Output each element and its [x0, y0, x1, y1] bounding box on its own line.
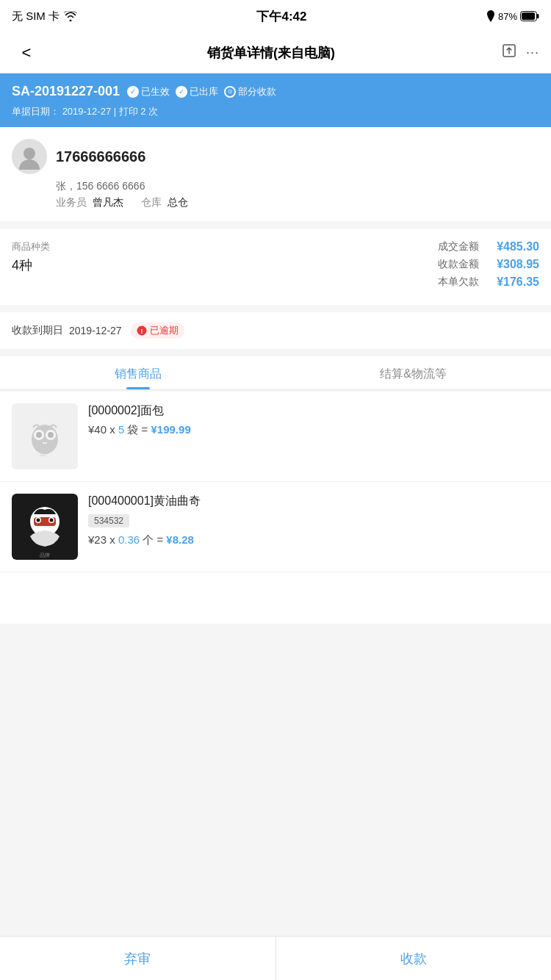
product-info-2: [000400001]黄油曲奇 534532 ¥23 x 0.36 个 = ¥8…	[88, 494, 539, 547]
summary-product-type: 商品种类 4种	[12, 240, 50, 274]
svg-text:!: !	[140, 328, 143, 335]
cancel-review-button[interactable]: 弃审	[0, 937, 276, 980]
sim-status: 无 SIM 卡	[12, 10, 60, 24]
product-price-row-2: ¥23 x 0.36 个 = ¥8.28	[88, 533, 539, 547]
svg-text:品牌: 品牌	[40, 552, 50, 558]
status-right: 87%	[486, 10, 539, 22]
sales-person-label: 业务员 曾凡杰	[56, 196, 123, 209]
product-thumb-2: 品牌	[12, 494, 78, 560]
clock-icon: ⊙	[224, 86, 236, 98]
nav-bar: < 销货单详情(来自电脑) ···	[0, 32, 551, 73]
customer-name-phone: 张，156 6666 6666	[12, 180, 539, 193]
svg-text:品+: 品+	[40, 451, 48, 456]
product-sku-2: 534532	[88, 514, 129, 527]
user-avatar-icon	[16, 143, 43, 170]
summary-section: 商品种类 4种 成交金额 ¥485.30 收款金额 ¥308.95 本单欠款 ¥…	[0, 228, 551, 305]
status-bar: 无 SIM 卡 下午4:42 87%	[0, 0, 551, 32]
deal-amount-row: 成交金额 ¥485.30	[438, 240, 539, 253]
product-item-2: 品牌 [000400001]黄油曲奇 534532 ¥23 x 0.36 个 =…	[0, 482, 551, 572]
tab-settlement[interactable]: 结算&物流等	[276, 356, 551, 389]
order-banner: SA-20191227-001 ✓ 已生效 ✓ 已出库 ⊙ 部分收款 单据日期：…	[0, 73, 551, 127]
svg-point-19	[50, 519, 54, 522]
product-name-1: [0000002]面包	[88, 403, 539, 419]
svg-point-7	[32, 425, 58, 454]
status-time: 下午4:42	[256, 8, 306, 25]
nav-actions: ···	[501, 43, 539, 62]
avatar	[12, 139, 47, 174]
back-button[interactable]: <	[12, 43, 41, 62]
product-name-2: [000400001]黄油曲奇	[88, 494, 539, 509]
customer-section: 17666666666 张，156 6666 6666 业务员 曾凡杰 仓库 总…	[0, 127, 551, 221]
location-icon	[486, 10, 495, 22]
badge-shipped: ✓ 已出库	[176, 85, 218, 98]
product-item-1: 品+ [0000002]面包 ¥40 x 5 袋 = ¥199.99	[0, 392, 551, 482]
badge-effective: ✓ 已生效	[127, 85, 170, 98]
due-date-label: 收款到期日	[12, 324, 63, 337]
tab-sales-products[interactable]: 销售商品	[0, 356, 276, 389]
collected-amount-row: 收款金额 ¥308.95	[438, 258, 539, 271]
badge-partial: ⊙ 部分收款	[224, 85, 276, 98]
product-image-1: 品+	[23, 414, 67, 458]
customer-info-row: 业务员 曾凡杰 仓库 总仓	[12, 196, 539, 209]
order-id: SA-20191227-001	[12, 84, 120, 99]
order-date: 单据日期： 2019-12-27 | 打印 2 次	[12, 105, 539, 118]
more-button[interactable]: ···	[526, 45, 539, 60]
svg-point-11	[48, 432, 54, 438]
product-info-1: [0000002]面包 ¥40 x 5 袋 = ¥199.99	[88, 403, 539, 437]
svg-point-10	[36, 432, 42, 438]
warehouse-label: 仓库 总仓	[141, 196, 188, 209]
overdue-badge: ! 已逾期	[131, 323, 184, 339]
product-price-row-1: ¥40 x 5 袋 = ¥199.99	[88, 423, 539, 437]
battery-percent: 87%	[498, 11, 517, 22]
overdue-warning-icon: !	[137, 325, 147, 336]
product-image-2: 品牌	[12, 494, 78, 560]
status-badges: ✓ 已生效 ✓ 已出库 ⊙ 部分收款	[127, 85, 276, 98]
collect-payment-button[interactable]: 收款	[276, 937, 552, 980]
customer-top: 17666666666	[12, 139, 539, 174]
svg-rect-2	[522, 12, 535, 20]
check-icon-1: ✓	[127, 86, 139, 98]
status-left: 无 SIM 卡	[12, 10, 77, 24]
customer-id: 17666666666	[56, 148, 145, 165]
svg-point-4	[24, 148, 35, 159]
product-list: 品+ [0000002]面包 ¥40 x 5 袋 = ¥199.99	[0, 392, 551, 624]
svg-point-18	[37, 519, 40, 522]
due-date-section: 收款到期日 2019-12-27 ! 已逾期	[0, 312, 551, 349]
bottom-action-bar: 弃审 收款	[0, 936, 551, 980]
svg-rect-1	[536, 14, 539, 18]
battery-icon	[520, 11, 539, 21]
tabs-row: 销售商品 结算&物流等	[0, 356, 551, 390]
wifi-icon	[64, 11, 77, 21]
check-icon-2: ✓	[176, 86, 187, 98]
due-date-value: 2019-12-27	[69, 325, 122, 336]
summary-amounts: 成交金额 ¥485.30 收款金额 ¥308.95 本单欠款 ¥176.35	[438, 240, 539, 293]
share-icon	[501, 43, 517, 59]
page-title: 销货单详情(来自电脑)	[207, 44, 335, 62]
share-button[interactable]	[501, 43, 517, 62]
tabs-section: 销售商品 结算&物流等	[0, 356, 551, 390]
product-thumb-1: 品+	[12, 403, 78, 469]
debt-amount-row: 本单欠款 ¥176.35	[438, 275, 539, 289]
